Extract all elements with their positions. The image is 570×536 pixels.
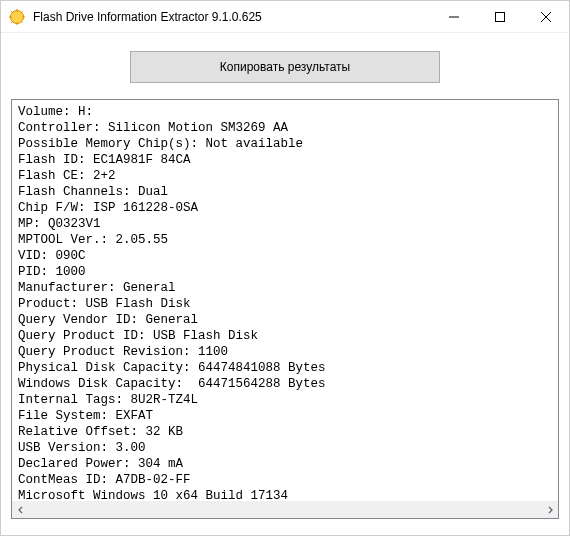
scroll-right-arrow[interactable] bbox=[541, 501, 558, 518]
close-button[interactable] bbox=[523, 1, 569, 33]
scroll-track[interactable] bbox=[29, 501, 541, 518]
info-panel: Volume: H: Controller: Silicon Motion SM… bbox=[11, 99, 559, 519]
titlebar: Flash Drive Information Extractor 9.1.0.… bbox=[1, 1, 569, 33]
app-icon bbox=[9, 9, 25, 25]
minimize-button[interactable] bbox=[431, 1, 477, 33]
copy-results-button[interactable]: Копировать результаты bbox=[130, 51, 440, 83]
window-title: Flash Drive Information Extractor 9.1.0.… bbox=[33, 10, 431, 24]
toolbar: Копировать результаты bbox=[1, 33, 569, 99]
horizontal-scrollbar[interactable] bbox=[12, 501, 558, 518]
maximize-button[interactable] bbox=[477, 1, 523, 33]
scroll-left-arrow[interactable] bbox=[12, 501, 29, 518]
svg-rect-10 bbox=[496, 12, 505, 21]
info-text[interactable]: Volume: H: Controller: Silicon Motion SM… bbox=[12, 100, 558, 501]
